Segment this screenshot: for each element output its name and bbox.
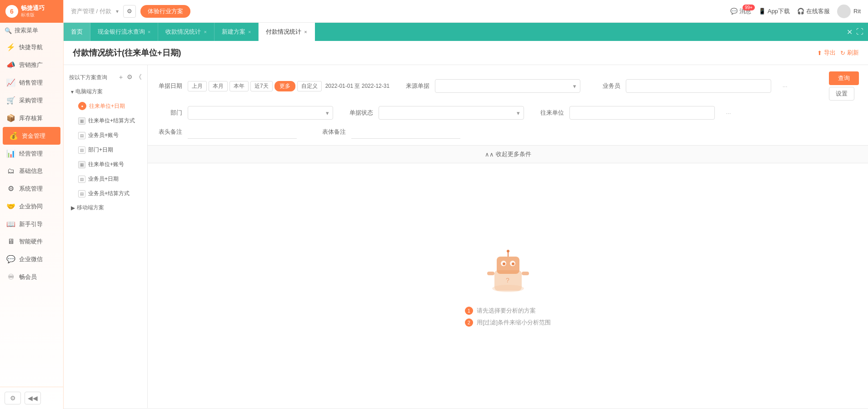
- logo-sub: 标准版: [21, 12, 45, 18]
- mobile-scheme-group-title[interactable]: ▶ 移动端方案: [67, 201, 144, 214]
- sidebar-item-quick-nav[interactable]: ⚡ 快捷导航: [0, 38, 63, 56]
- page-actions: ⬆ 导出 ↻ 刷新: [817, 49, 859, 57]
- date-this-year[interactable]: 本年: [229, 81, 249, 91]
- date-more-button[interactable]: 更多: [274, 81, 295, 91]
- online-service-label: 在线客服: [806, 7, 830, 15]
- settings-button[interactable]: ⚙: [5, 392, 21, 404]
- sidebar-item-wechat[interactable]: 💬 企业微信: [0, 250, 63, 268]
- mobile-group-label: 移动端方案: [77, 204, 104, 212]
- sidebar-item-operation[interactable]: 📊 经营管理: [0, 145, 63, 162]
- content-body: 按以下方案查询 ＋ ⚙ 《 ▾ 电脑端方案 ● 往来单位+日期 ▦: [64, 65, 868, 408]
- header-note-input[interactable]: [188, 125, 297, 139]
- close-new-plan-icon[interactable]: ×: [248, 29, 251, 35]
- trial-button[interactable]: 体验行业方案: [140, 5, 190, 18]
- query-button[interactable]: 查询: [829, 71, 859, 85]
- tab-receipt-stats[interactable]: 收款情况统计 ×: [158, 23, 214, 41]
- filter-form: 单据日期 上月 本月 本年 近7天 更多 自定义 2022-01-01 至 20…: [148, 65, 868, 146]
- sidebar-item-finance[interactable]: 💰 资金管理: [3, 127, 60, 145]
- empty-illustration: ?: [481, 245, 535, 301]
- source-select[interactable]: ▾: [435, 79, 580, 93]
- doc-status-select[interactable]: ▾: [379, 106, 524, 120]
- avatar: [837, 5, 851, 18]
- search-menu[interactable]: 🔍 搜索菜单: [0, 23, 63, 38]
- close-tab-icon[interactable]: ✕: [847, 28, 853, 36]
- staff-select[interactable]: [626, 79, 771, 93]
- pc-scheme-group-title[interactable]: ▾ 电脑端方案: [67, 85, 144, 98]
- sidebar-item-label: 企业协同: [19, 202, 43, 211]
- collapse-panel-icon[interactable]: 《: [135, 73, 142, 81]
- scheme-panel-label: 按以下方案查询: [69, 74, 107, 81]
- empty-tip-2: 2 用[过滤]条件来缩小分析范围: [465, 318, 551, 327]
- close-receipt-stats-icon[interactable]: ×: [204, 29, 206, 35]
- scheme-label: 往来单位+日期: [89, 102, 125, 110]
- sidebar-item-hardware[interactable]: 🖥 智能硬件: [0, 233, 63, 250]
- sidebar-item-enterprise[interactable]: 🤝 企业协同: [0, 197, 63, 215]
- sidebar-item-system[interactable]: ⚙ 系统管理: [0, 180, 63, 197]
- collapse-bar[interactable]: ∧∧ 收起更多条件: [148, 146, 868, 163]
- enterprise-icon: 🤝: [6, 202, 15, 211]
- close-payment-stats-icon[interactable]: ×: [304, 29, 307, 35]
- empty-tip-1: 1 请先选择要分析的方案: [465, 307, 551, 315]
- header: 资产管理 / 付款 ▾ ⚙ 体验行业方案 💬 消息 99+ 📱 App下载 🎧 …: [64, 0, 868, 23]
- scheme-item-staff-account[interactable]: ▤ 业务员+账号: [67, 128, 144, 142]
- date-custom[interactable]: 自定义: [297, 81, 322, 91]
- scheme-item-staff-date[interactable]: ▤ 业务员+日期: [67, 172, 144, 186]
- scheme-item-partner-date[interactable]: ● 往来单位+日期: [67, 99, 144, 113]
- export-label: 导出: [824, 49, 836, 57]
- app-download-button[interactable]: 📱 App下载: [758, 7, 790, 15]
- scheme-label: 业务员+日期: [88, 175, 119, 183]
- tab-bank-flow[interactable]: 现金银行流水查询 ×: [90, 23, 158, 41]
- date-last-month[interactable]: 上月: [188, 81, 207, 91]
- close-bank-flow-icon[interactable]: ×: [148, 29, 150, 35]
- sidebar-item-guide[interactable]: 📖 新手引导: [0, 215, 63, 233]
- body-note-input[interactable]: [351, 125, 460, 139]
- scheme-item-staff-settlement[interactable]: ▤ 业务员+结算方式: [67, 187, 144, 201]
- dept-select[interactable]: ▾: [188, 106, 333, 120]
- tab-payment-stats[interactable]: 付款情况统计 ×: [259, 23, 314, 41]
- breadcrumb-arrow[interactable]: ▾: [116, 8, 119, 15]
- tab-new-plan[interactable]: 新建方案 ×: [215, 23, 259, 41]
- online-service-button[interactable]: 🎧 在线客服: [797, 7, 830, 15]
- tip2-text: 用[过滤]条件来缩小分析范围: [477, 318, 551, 327]
- filter-area: 单据日期 上月 本月 本年 近7天 更多 自定义 2022-01-01 至 20…: [148, 65, 868, 408]
- filter-settings-button[interactable]: 设置: [829, 87, 854, 101]
- sidebar-item-label: 智能硬件: [19, 237, 43, 246]
- scheme-settings-icon[interactable]: ⚙: [127, 73, 133, 81]
- scheme-item-partner-settlement[interactable]: ▦ 往来单位+结算方式: [67, 114, 144, 128]
- header-note-label: 表头备注: [157, 128, 182, 136]
- marketing-icon: 📣: [6, 61, 15, 69]
- refresh-icon: ↻: [840, 50, 845, 56]
- maximize-icon[interactable]: ⛶: [856, 28, 863, 36]
- scheme-item-dept-date[interactable]: ▤ 部门+日期: [67, 143, 144, 157]
- receipt-stats-tab-label: 收款情况统计: [165, 28, 201, 36]
- partner-select[interactable]: [569, 106, 715, 120]
- tab-actions: ✕ ⛶: [842, 23, 868, 41]
- user-menu[interactable]: Rit: [837, 5, 861, 18]
- staff-dots[interactable]: ···: [777, 83, 793, 90]
- chevron-down-icon: ▾: [517, 110, 520, 116]
- collapse-sidebar-button[interactable]: ◀◀: [25, 392, 41, 404]
- add-scheme-icon[interactable]: ＋: [118, 73, 124, 81]
- sidebar-item-inventory[interactable]: 📦 库存核算: [0, 109, 63, 127]
- sidebar-item-basic[interactable]: 🗂 基础信息: [0, 162, 63, 180]
- scheme-item-partner-account[interactable]: ▦ 往来单位+账号: [67, 157, 144, 172]
- header-gear-button[interactable]: ⚙: [123, 5, 136, 18]
- sidebar-item-member[interactable]: ♾ 畅会员: [0, 268, 63, 286]
- empty-tips: 1 请先选择要分析的方案 2 用[过滤]条件来缩小分析范围: [465, 307, 551, 327]
- sidebar-item-marketing[interactable]: 📣 营销推广: [0, 56, 63, 74]
- export-button[interactable]: ⬆ 导出: [817, 49, 836, 57]
- chevron-down-icon: ▾: [573, 83, 576, 90]
- partner-dots[interactable]: ···: [720, 110, 737, 116]
- system-icon: ⚙: [6, 184, 15, 193]
- date-this-month[interactable]: 本月: [209, 81, 228, 91]
- date-7days[interactable]: 近7天: [250, 81, 273, 91]
- header-right: 💬 消息 99+ 📱 App下载 🎧 在线客服 Rit: [730, 5, 861, 18]
- scheme-label: 往来单位+结算方式: [88, 117, 135, 125]
- partner-label: 往来单位: [539, 109, 564, 117]
- scheme-table-icon: ▤: [78, 132, 85, 139]
- messages-button[interactable]: 💬 消息 99+: [730, 7, 751, 15]
- sidebar-item-sales[interactable]: 📈 销售管理: [0, 74, 63, 91]
- tab-home[interactable]: 首页: [64, 23, 90, 41]
- refresh-button[interactable]: ↻ 刷新: [840, 49, 859, 57]
- sidebar-item-purchase[interactable]: 🛒 采购管理: [0, 91, 63, 109]
